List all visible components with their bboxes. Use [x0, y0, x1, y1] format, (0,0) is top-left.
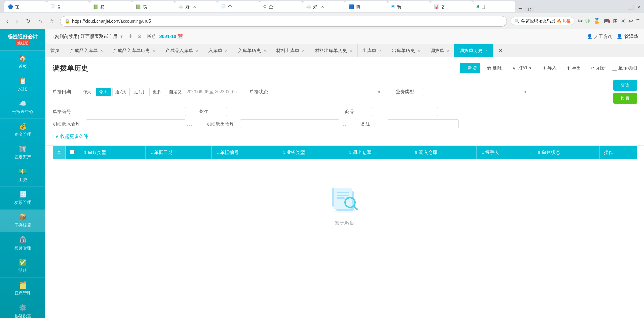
- sidebar-item-archive[interactable]: 🗂️ 归档管理: [0, 278, 45, 300]
- theme-icon[interactable]: ☀: [621, 18, 626, 24]
- sidebar-item-salary[interactable]: 💵 工资: [0, 164, 45, 187]
- browser-tab-3[interactable]: 📗 易: [132, 1, 175, 12]
- app-tab-close-7[interactable]: ×: [350, 49, 352, 53]
- select-all-checkbox[interactable]: [70, 150, 75, 154]
- doc-number-input[interactable]: [80, 107, 186, 116]
- sidebar-item-home[interactable]: 🏠 首页: [0, 51, 45, 73]
- th-doc-number[interactable]: ⇅ 单据编号: [212, 146, 278, 159]
- new-button[interactable]: + 新增: [460, 63, 480, 73]
- app-tab-finished-in[interactable]: 产成品入库单 ×: [65, 44, 108, 57]
- biz-type-select[interactable]: [423, 88, 529, 96]
- import-button[interactable]: ⬇ 导入: [539, 63, 560, 73]
- delete-button[interactable]: 🗑 删除: [483, 63, 506, 73]
- translate-icon[interactable]: 译: [585, 18, 590, 24]
- address-bar[interactable]: 🔒 https://cloud.chanjet.com/accounting/u…: [60, 16, 507, 27]
- app-tab-material-out[interactable]: 材料出库单 ×: [271, 44, 310, 57]
- yesterday-btn[interactable]: 昨天: [80, 88, 94, 96]
- app-tab-close-6[interactable]: ×: [302, 49, 304, 53]
- tab-close-7[interactable]: ✕: [321, 5, 324, 9]
- extension-1-icon[interactable]: 🏅: [593, 18, 600, 24]
- app-tab-close-10[interactable]: ×: [447, 49, 449, 53]
- app-tab-out-history[interactable]: 出库单历史 ×: [387, 44, 425, 57]
- sidebar-item-assets[interactable]: 🏢 固定资产: [0, 141, 45, 164]
- browser-tab-7[interactable]: ☁️ 好 ✕: [302, 1, 345, 12]
- sidebar-item-tax[interactable]: 🏛️ 税务管理: [0, 232, 45, 255]
- goods-input[interactable]: [372, 107, 438, 116]
- app-tab-close-8[interactable]: ×: [379, 49, 381, 53]
- browser-tab-5[interactable]: 📄 个: [217, 1, 260, 12]
- app-tab-close-5[interactable]: ×: [264, 49, 266, 53]
- new-tab-button[interactable]: +: [515, 5, 525, 12]
- collapse-button[interactable]: ∧ 收起更多条件: [53, 132, 637, 141]
- th-out-warehouse[interactable]: ⇅ 调出仓库: [344, 146, 410, 159]
- app-tab-finished-in-2[interactable]: 产成品入库单 ×: [160, 44, 203, 57]
- app-tab-transfer[interactable]: 调拨单 ×: [425, 44, 454, 57]
- detail-out-more-button[interactable]: …: [339, 121, 348, 127]
- tab-close-4[interactable]: ✕: [193, 5, 196, 9]
- browser-tab-8[interactable]: 🟦 腾: [345, 1, 388, 12]
- undo-icon[interactable]: ↩: [628, 18, 633, 24]
- th-date[interactable]: ⇅ 单据日期: [145, 146, 212, 159]
- sidebar-item-inventory[interactable]: 📦 库存核算: [0, 210, 45, 232]
- app-tab-finished-in-history[interactable]: 产成品入库单历史 ×: [108, 44, 160, 57]
- detail-out-input[interactable]: [240, 119, 339, 128]
- company-selector[interactable]: (勿删勿禁用) 江西服宝测试专用 ▼: [51, 33, 124, 40]
- export-button[interactable]: ⬆ 导出: [563, 63, 585, 73]
- app-tab-close[interactable]: ×: [100, 49, 103, 53]
- display-checkbox[interactable]: [612, 66, 617, 71]
- refresh-button[interactable]: ↺ 刷新: [588, 63, 609, 73]
- sidebar-item-funds[interactable]: 💰 资金管理: [0, 119, 45, 141]
- browser-tab-1[interactable]: 📄 新: [47, 1, 89, 12]
- today-btn[interactable]: 今天: [96, 88, 111, 96]
- th-doc-type[interactable]: ⇅ 单账类型: [79, 146, 146, 159]
- browser-tab-4[interactable]: ☁️ 好 ✕: [175, 1, 217, 12]
- forward-button[interactable]: ›: [14, 17, 20, 26]
- app-tab-in[interactable]: 入库单 ×: [203, 44, 233, 57]
- browser-tab-6[interactable]: C 企: [260, 1, 302, 12]
- week-btn[interactable]: 近7天: [112, 88, 130, 96]
- more-btn[interactable]: 更多: [149, 88, 164, 96]
- browser-tab-11[interactable]: S 目: [473, 1, 515, 12]
- detail-in-more-button[interactable]: …: [185, 121, 194, 127]
- maximize-button[interactable]: ⬜: [628, 4, 634, 10]
- app-tab-material-out-history[interactable]: 材料出库单历史 ×: [310, 44, 358, 57]
- add-company-button[interactable]: +: [129, 33, 132, 40]
- app-tab-in-history[interactable]: 入库单历史 ×: [233, 44, 271, 57]
- display-toggle[interactable]: 显示明细: [612, 65, 637, 71]
- sidebar-item-settings[interactable]: ⚙️ 基础设置: [0, 300, 45, 318]
- app-tab-close-11[interactable]: ×: [485, 49, 487, 53]
- month-btn[interactable]: 近1月: [131, 88, 148, 96]
- grid-icon[interactable]: ⊞: [613, 18, 618, 24]
- th-checkbox[interactable]: [66, 146, 79, 159]
- detail-remark-input[interactable]: [388, 119, 459, 128]
- browser-tab-10[interactable]: 📊 各: [430, 1, 473, 12]
- app-tab-transfer-history[interactable]: 调拨单历史 ×: [454, 44, 493, 57]
- back-button[interactable]: ‹: [4, 17, 10, 26]
- app-tab-out[interactable]: 出库单 ×: [358, 44, 387, 57]
- status-select[interactable]: [277, 88, 383, 96]
- th-biz-type[interactable]: ⇅ 业务类型: [278, 146, 344, 159]
- bookmark-button[interactable]: ☆: [47, 16, 56, 26]
- custom-btn[interactable]: 自定义: [166, 88, 185, 96]
- sidebar-item-invoice[interactable]: 🧾 发票管理: [0, 187, 45, 210]
- search-button[interactable]: 查询: [613, 80, 637, 91]
- th-settings[interactable]: ⚙: [53, 146, 66, 159]
- app-tab-home[interactable]: 首页: [45, 44, 65, 57]
- sidebar-item-reports[interactable]: ☁️ 云报表中心: [0, 96, 45, 119]
- home-button[interactable]: ⌂: [36, 17, 44, 26]
- goods-more-button[interactable]: …: [438, 108, 447, 115]
- minimize-button[interactable]: —: [620, 4, 624, 10]
- remark-input[interactable]: [226, 107, 332, 116]
- user-info[interactable]: 👤 徐泽华: [617, 33, 638, 40]
- sidebar-item-closing[interactable]: ✅ 结账: [0, 255, 45, 278]
- calendar-icon[interactable]: 📅: [178, 34, 183, 39]
- extension-2-icon[interactable]: 🎮: [603, 18, 610, 24]
- customer-service-button[interactable]: 👤 人工咨询: [587, 33, 612, 40]
- refresh-nav-button[interactable]: ↻: [24, 16, 33, 26]
- app-tab-close-3[interactable]: ×: [196, 49, 198, 53]
- browser-tab-2[interactable]: 📗 易: [89, 1, 132, 12]
- app-tab-close-4[interactable]: ×: [225, 49, 227, 53]
- app-tab-close-9[interactable]: ×: [418, 49, 420, 53]
- browser-search-bar[interactable]: 🔍 学霸应聘场驱鸟员 🔥 热搜: [511, 17, 574, 25]
- menu-icon[interactable]: ≡: [636, 17, 640, 25]
